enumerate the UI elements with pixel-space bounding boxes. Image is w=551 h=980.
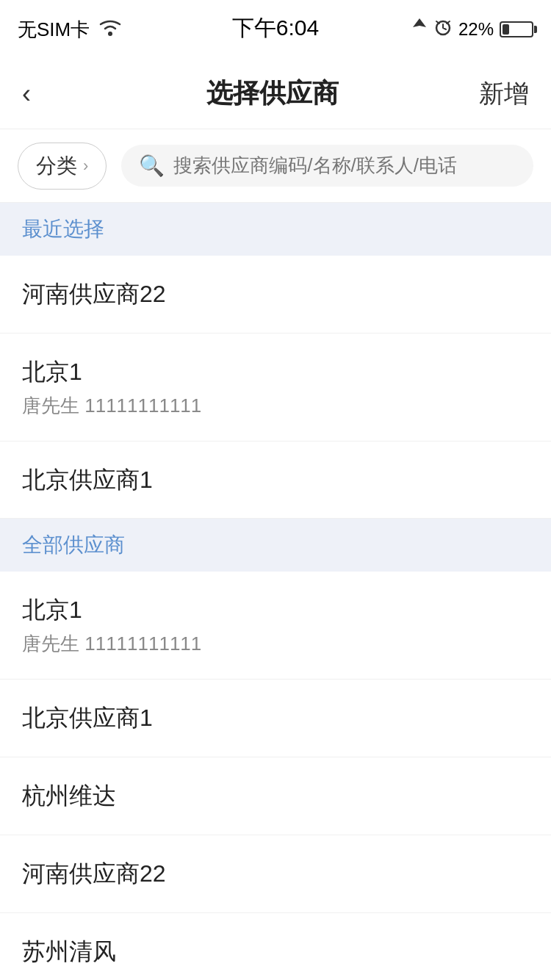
list-item[interactable]: 河南供应商22	[0, 835, 551, 913]
battery-percent: 22%	[458, 19, 494, 40]
list-item[interactable]: 苏州清风	[0, 913, 551, 980]
carrier-text: 无SIM卡	[18, 17, 90, 43]
list-item[interactable]: 北京供应商1	[0, 442, 551, 519]
all-section-header: 全部供应商	[0, 519, 551, 572]
recent-section-title: 最近选择	[22, 215, 104, 243]
recent-section-header: 最近选择	[0, 203, 551, 256]
item-name: 杭州维达	[22, 779, 529, 813]
status-bar: 无SIM卡 下午6:04 22%	[0, 0, 551, 59]
item-name: 北京供应商1	[22, 464, 529, 497]
status-left: 无SIM卡	[18, 17, 123, 43]
item-name: 北京1	[22, 594, 529, 627]
item-name: 苏州清风	[22, 935, 529, 968]
item-name: 河南供应商22	[22, 278, 529, 311]
item-sub: 唐先生 11111111111	[22, 393, 529, 419]
list-item[interactable]: 北京1 唐先生 11111111111	[0, 572, 551, 680]
recent-list: 河南供应商22 北京1 唐先生 11111111111 北京供应商1	[0, 256, 551, 519]
search-input[interactable]	[173, 154, 516, 177]
list-item[interactable]: 河南供应商22	[0, 256, 551, 334]
search-icon: 🔍	[139, 154, 165, 178]
search-wrap: 🔍	[121, 145, 533, 187]
item-name: 北京1	[22, 356, 529, 389]
location-icon	[411, 17, 428, 42]
nav-bar: ‹ 选择供应商 新增	[0, 59, 551, 129]
item-sub: 唐先生 11111111111	[22, 631, 529, 657]
item-name: 北京供应商1	[22, 702, 529, 735]
item-name: 河南供应商22	[22, 857, 529, 890]
wifi-icon	[97, 17, 123, 43]
alarm-icon	[433, 17, 453, 42]
list-item[interactable]: 北京供应商1	[0, 680, 551, 757]
chevron-right-icon: ›	[83, 156, 88, 176]
add-button[interactable]: 新增	[479, 77, 529, 111]
category-label: 分类	[36, 152, 77, 180]
page-title: 选择供应商	[206, 76, 339, 112]
svg-point-0	[108, 32, 112, 36]
filter-bar: 分类 › 🔍	[0, 129, 551, 203]
list-item[interactable]: 杭州维达	[0, 757, 551, 835]
status-time: 下午6:04	[232, 13, 319, 43]
list-item[interactable]: 北京1 唐先生 11111111111	[0, 334, 551, 442]
status-right: 22%	[411, 17, 533, 42]
all-section-title: 全部供应商	[22, 531, 125, 559]
back-button[interactable]: ‹	[22, 79, 66, 109]
battery-icon	[500, 21, 533, 37]
category-button[interactable]: 分类 ›	[18, 143, 107, 190]
all-list: 北京1 唐先生 11111111111 北京供应商1 杭州维达 河南供应商22 …	[0, 572, 551, 980]
